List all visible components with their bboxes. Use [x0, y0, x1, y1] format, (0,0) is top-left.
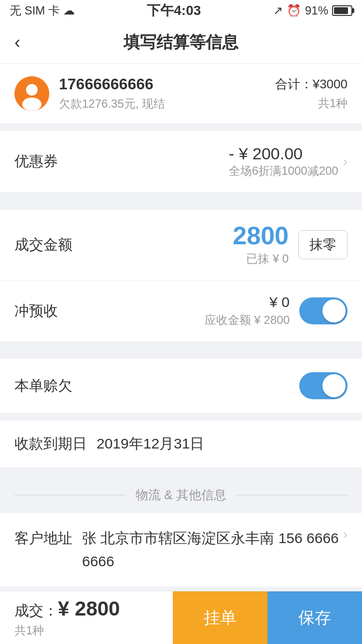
section-divider-1: [0, 200, 362, 210]
deal-amount-block: 2800 已抹 ¥ 0: [233, 223, 289, 266]
prepay-row: 冲预收 ¥ 0 应收金额 ¥ 2800: [0, 280, 362, 341]
chevron-right-icon: ›: [343, 154, 348, 169]
bottom-count: 共1种: [14, 623, 158, 638]
prepay-zero: ¥ 0: [205, 294, 290, 310]
deal-amount-row: 成交金额 2800 已抹 ¥ 0 抹零: [0, 210, 362, 280]
debt-label: 本单赊欠: [14, 376, 72, 396]
prepay-toggle[interactable]: [299, 297, 348, 324]
coupon-right: - ¥ 200.00 全场6折满1000减200 ›: [229, 144, 348, 179]
due-date-row: 收款到期日 2019年12月31日: [0, 420, 362, 467]
logistics-text: 物流 & 其他信息: [136, 487, 226, 504]
save-button[interactable]: 保存: [267, 591, 362, 644]
nav-bar: ‹ 填写结算等信息: [0, 21, 362, 64]
bottom-deal-row: 成交：¥ 2800: [14, 597, 158, 621]
debt-row: 本单赊欠: [0, 359, 362, 413]
battery-icon: [332, 5, 352, 16]
coupon-amount: - ¥ 200.00: [229, 144, 338, 163]
coupon-info: - ¥ 200.00 全场6折满1000减200: [229, 144, 338, 179]
customer-card: 17666666666 欠款1276.35元, 现结 合计：¥3000 共1种: [0, 64, 362, 123]
customer-debt: 欠款1276.35元, 现结: [59, 96, 165, 112]
due-date-label: 收款到期日: [14, 434, 87, 454]
round-button[interactable]: 抹零: [298, 230, 348, 259]
debt-toggle[interactable]: [299, 372, 348, 399]
status-bar: 无 SIM 卡 ☁ 下午4:03 ↗ ⏰ 91%: [0, 0, 362, 21]
address-row[interactable]: 客户地址 张 北京市市辖区海淀区永丰南 156 6666 6666 ›: [0, 513, 362, 587]
hang-button[interactable]: 挂单: [173, 591, 267, 644]
customer-info: 17666666666 欠款1276.35元, 现结: [59, 75, 165, 112]
toggle-knob: [322, 299, 346, 322]
address-chevron-icon: ›: [343, 527, 348, 542]
coupon-row[interactable]: 优惠券 - ¥ 200.00 全场6折满1000减200 ›: [0, 131, 362, 192]
alarm-icon: ⏰: [287, 4, 301, 17]
deal-amount-label: 成交金额: [14, 235, 72, 255]
section-divider-2: [0, 341, 362, 351]
logistics-divider: 物流 & 其他信息: [0, 477, 362, 513]
logistics-line-right: [236, 495, 348, 495]
customer-phone: 17666666666: [59, 75, 165, 93]
status-left: 无 SIM 卡 ☁: [10, 3, 75, 18]
main-content: 17666666666 欠款1276.35元, 现结 合计：¥3000 共1种 …: [0, 64, 362, 644]
total-label: 合计：¥3000: [275, 76, 348, 93]
prepay-label: 冲预收: [14, 301, 58, 321]
total-count: 共1种: [275, 96, 348, 111]
prepay-amount-block: ¥ 0 应收金额 ¥ 2800: [205, 294, 290, 328]
deal-amount-right: 2800 已抹 ¥ 0 抹零: [233, 223, 348, 266]
logistics-line-left: [14, 495, 126, 495]
bottom-info: 成交：¥ 2800 共1种: [0, 597, 173, 638]
bottom-deal-label: 成交：: [14, 602, 58, 618]
customer-total: 合计：¥3000 共1种: [275, 76, 348, 111]
section-divider-3: [0, 467, 362, 477]
page-title: 填写结算等信息: [124, 31, 238, 54]
bottom-deal-amount: ¥ 2800: [58, 597, 120, 620]
prepay-right: ¥ 0 应收金额 ¥ 2800: [205, 294, 348, 328]
coupon-desc: 全场6折满1000减200: [229, 163, 338, 179]
prepay-receivable: 应收金额 ¥ 2800: [205, 312, 290, 328]
coupon-label: 优惠券: [14, 152, 58, 171]
back-button[interactable]: ‹: [14, 32, 20, 53]
bottom-bar: 成交：¥ 2800 共1种 挂单 保存: [0, 591, 362, 644]
location-icon: ↗: [273, 4, 283, 17]
status-right: ↗ ⏰ 91%: [273, 4, 352, 17]
svg-point-2: [22, 98, 42, 111]
address-label: 客户地址: [14, 527, 72, 550]
status-time: 下午4:03: [147, 1, 201, 20]
svg-point-1: [26, 84, 38, 96]
debt-toggle-knob: [322, 374, 346, 397]
customer-left: 17666666666 欠款1276.35元, 现结: [14, 75, 165, 112]
avatar: [14, 76, 49, 111]
battery-percent: 91%: [305, 4, 328, 17]
deal-amount-value: 2800: [233, 223, 289, 248]
sim-status: 无 SIM 卡 ☁: [10, 3, 75, 18]
due-date-value: 2019年12月31日: [97, 434, 204, 454]
deal-erased: 已抹 ¥ 0: [233, 251, 289, 266]
address-value: 张 北京市市辖区海淀区永丰南 156 6666 6666: [82, 527, 343, 573]
